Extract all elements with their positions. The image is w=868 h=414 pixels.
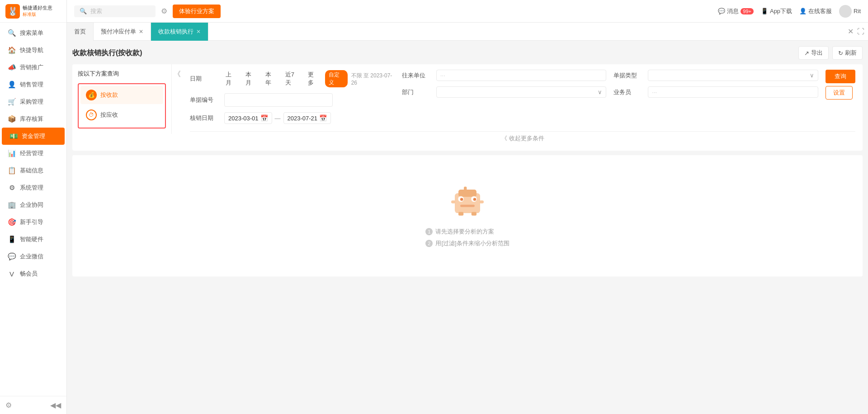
verification-start-input[interactable]: 2023-03-01 📅 <box>224 112 272 124</box>
filter-option-by-collection[interactable]: 💰 按收款 <box>80 86 163 104</box>
collection-label: 收款核销执行 <box>158 28 193 36</box>
salesperson-select[interactable]: ··· <box>648 86 818 98</box>
app-download-item[interactable]: 📱 App下载 <box>761 7 792 15</box>
page-actions: ↗ 导出 ↻ 刷新 <box>798 46 863 60</box>
counterparty-field-group: 往来单位 ··· 部门 ∨ <box>402 70 607 103</box>
sidebar-item-finance[interactable]: 💵 资金管理 <box>2 128 65 145</box>
user-avatar <box>839 5 852 18</box>
tab-close-prepay[interactable]: ✕ <box>139 29 143 35</box>
header-left: 🔍 搜索 ⚙ 体验行业方案 <box>74 5 221 18</box>
date-this-year[interactable]: 本年 <box>263 70 279 88</box>
svg-rect-8 <box>451 200 456 203</box>
collapse-sidebar-icon[interactable]: ◀◀ <box>50 401 61 409</box>
collapse-more-btn[interactable]: 《 收起更多条件 <box>190 131 855 145</box>
doc-type-field-group: 单据类型 ∨ 业务员 ··· <box>613 70 818 103</box>
doc-type-select[interactable]: ∨ <box>648 70 818 81</box>
sidebar-item-enterprise[interactable]: 🏢 企业协同 <box>0 196 66 214</box>
sidebar-item-basic-info[interactable]: 📋 基础信息 <box>0 162 66 179</box>
svg-rect-9 <box>479 200 484 203</box>
sidebar-item-management[interactable]: 📊 经营管理 <box>0 145 66 162</box>
tab-close-collection[interactable]: ✕ <box>196 29 201 35</box>
cal-icon-end: 📅 <box>319 114 327 122</box>
date-more[interactable]: 更多 <box>305 70 321 88</box>
export-btn[interactable]: ↗ 导出 <box>798 46 829 60</box>
marketing-label: 营销推广 <box>20 63 43 71</box>
sidebar-item-smart-hw[interactable]: 📱 智能硬件 <box>0 231 66 248</box>
tab-prepay[interactable]: 预付冲应付单 ✕ <box>94 23 151 41</box>
refresh-btn[interactable]: ↻ 刷新 <box>832 46 863 60</box>
filter-by-receivable-icon: ⏱ <box>86 109 97 120</box>
sidebar-item-wechat[interactable]: 💬 企业微信 <box>0 248 66 265</box>
settings-field-btn[interactable]: 设置 <box>826 86 853 100</box>
purchase-label: 采购管理 <box>20 98 43 106</box>
user-name: Rit <box>854 8 861 14</box>
header-gear-icon[interactable]: ⚙ <box>161 7 167 15</box>
industry-solution-btn[interactable]: 体验行业方案 <box>173 5 221 18</box>
finance-icon: 💵 <box>9 132 18 140</box>
header-search-box[interactable]: 🔍 搜索 <box>74 5 156 17</box>
sidebar-item-purchase[interactable]: 🛒 采购管理 <box>0 93 66 110</box>
wechat-label: 企业微信 <box>20 252 43 261</box>
customer-service-item[interactable]: 👤 在线客服 <box>799 7 832 15</box>
tab-home[interactable]: 首页 <box>67 23 94 41</box>
panel-collapse-icon[interactable]: 《 <box>172 68 183 80</box>
query-btn[interactable]: 查询 <box>826 70 855 83</box>
member-icon: V <box>7 270 16 278</box>
date-this-month[interactable]: 本月 <box>243 70 259 88</box>
sidebar-item-search-menu[interactable]: 🔍 搜索菜单 <box>0 24 66 42</box>
filter-option-by-receivable[interactable]: ⏱ 按应收 <box>80 106 163 124</box>
inventory-label: 库存核算 <box>20 115 43 123</box>
enterprise-label: 企业协同 <box>20 201 43 209</box>
filter-left-wrapper: 按以下方案查询 💰 按收款 ⏱ 按应收 《 <box>72 64 183 151</box>
salesperson-label: 业务员 <box>613 88 641 96</box>
user-info[interactable]: Rit <box>839 5 861 18</box>
counterparty-row: 往来单位 ··· <box>402 70 607 81</box>
empty-illustration <box>445 182 490 219</box>
filter-right: 日期 上月 本月 本年 近7天 更多 自定义 不限 至 2023-07-26 <box>183 64 863 151</box>
tab-expand-icon[interactable]: ⛶ <box>857 28 864 36</box>
verification-end-input[interactable]: 2023-07-21 📅 <box>283 112 331 124</box>
date-label: 日期 <box>190 75 216 83</box>
filter-by-receivable-label: 按应收 <box>100 111 118 119</box>
date-last-month[interactable]: 上月 <box>223 70 239 88</box>
tip-num-1: 1 <box>425 228 433 235</box>
date-quick-group: 上月 本月 本年 近7天 更多 自定义 不限 至 2023-07-26 <box>223 70 395 88</box>
sidebar-item-marketing[interactable]: 📣 营销推广 <box>0 59 66 76</box>
refresh-icon: ↻ <box>838 50 843 57</box>
tab-bar: 首页 预付冲应付单 ✕ 收款核销执行 ✕ ✕ ⛶ <box>67 23 868 41</box>
tab-collection[interactable]: 收款核销执行 ✕ <box>151 23 208 41</box>
sidebar-item-system[interactable]: ⚙ 系统管理 <box>0 179 66 196</box>
filter-left: 按以下方案查询 💰 按收款 ⏱ 按应收 <box>72 64 172 134</box>
sidebar: 🐰 畅捷通好生意 标准版 🔍 搜索菜单 🏠 快捷导航 📣 营销推广 👤 销售管理… <box>0 0 67 414</box>
sidebar-item-member[interactable]: V 畅会员 <box>0 265 66 282</box>
empty-tip-1: 1 请先选择要分析的方案 <box>425 226 509 238</box>
counterparty-select[interactable]: ··· <box>436 70 607 81</box>
sidebar-item-sales[interactable]: 👤 销售管理 <box>0 76 66 93</box>
date-custom-badge[interactable]: 自定义 <box>325 70 347 87</box>
sidebar-item-quick-nav[interactable]: 🏠 快捷导航 <box>0 42 66 59</box>
sidebar-item-inventory[interactable]: 📦 库存核算 <box>0 110 66 128</box>
export-label: 导出 <box>811 49 823 57</box>
department-select[interactable]: ∨ <box>436 86 607 98</box>
tab-close-all-icon[interactable]: ✕ <box>848 27 854 36</box>
content-area: 1 请先选择要分析的方案 2 用[过滤]条件来缩小分析范围 <box>72 155 863 276</box>
app-icon: 📱 <box>761 8 768 14</box>
enterprise-icon: 🏢 <box>7 201 16 209</box>
sidebar-item-guide[interactable]: 🎯 新手引导 <box>0 214 66 231</box>
department-arrow: ∨ <box>598 89 602 95</box>
export-icon: ↗ <box>804 50 809 57</box>
search-icon: 🔍 <box>80 8 87 14</box>
doc-type-arrow: ∨ <box>810 72 814 79</box>
query-buttons-group: 查询 设置 <box>826 70 855 100</box>
guide-label: 新手引导 <box>20 218 43 226</box>
date-last-7days[interactable]: 近7天 <box>283 70 302 88</box>
svg-rect-10 <box>458 212 463 216</box>
app-name: 畅捷通好生意 <box>23 5 52 11</box>
settings-icon[interactable]: ⚙ <box>5 401 12 409</box>
svg-point-5 <box>460 198 463 200</box>
date-no-limit: 不限 至 2023-07-26 <box>351 72 395 86</box>
sidebar-logo: 🐰 畅捷通好生意 标准版 <box>0 0 66 23</box>
messages-item[interactable]: 💬 消息 99+ <box>718 7 754 15</box>
collapse-more-label: 收起更多条件 <box>509 134 544 143</box>
doc-number-input[interactable] <box>224 93 333 107</box>
